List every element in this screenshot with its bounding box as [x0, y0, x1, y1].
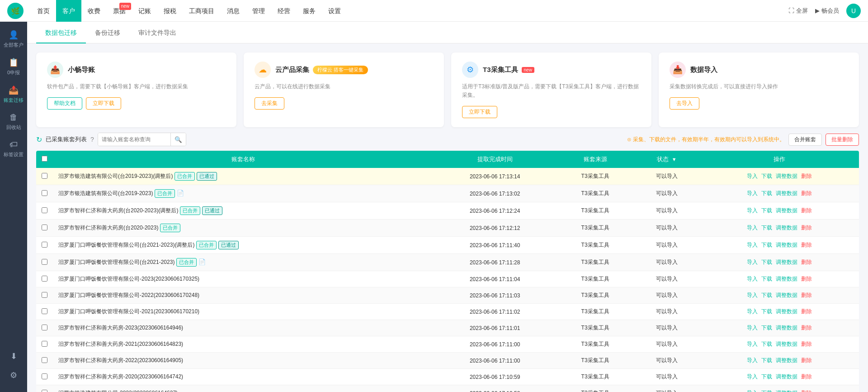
merge-accounts-button[interactable]: 合并账套: [788, 134, 822, 146]
row-checkbox[interactable]: [42, 292, 47, 298]
action-导入[interactable]: 导入: [747, 242, 758, 248]
row-checkbox[interactable]: [42, 225, 47, 230]
action-调整数据[interactable]: 调整数据: [776, 173, 797, 179]
action-导入[interactable]: 导入: [747, 325, 758, 331]
go-import-button[interactable]: 去导入: [670, 97, 699, 110]
nav-bookkeeping[interactable]: 记账: [132, 0, 157, 22]
action-删除[interactable]: 删除: [801, 341, 812, 347]
action-下载[interactable]: 下载: [761, 190, 772, 196]
action-调整数据[interactable]: 调整数据: [776, 276, 797, 282]
action-下载[interactable]: 下载: [761, 259, 772, 265]
go-collect-button[interactable]: 去采集: [255, 97, 284, 110]
sidebar-item-all-customers[interactable]: 👤 全部客户: [0, 25, 27, 53]
refresh-icon[interactable]: ↻: [36, 135, 42, 144]
row-checkbox[interactable]: [42, 190, 47, 196]
action-下载[interactable]: 下载: [761, 357, 772, 363]
nav-operation[interactable]: 经营: [271, 0, 297, 22]
action-调整数据[interactable]: 调整数据: [776, 373, 797, 380]
row-checkbox[interactable]: [42, 308, 47, 314]
sidebar-item-user-settings[interactable]: ⚙: [8, 366, 19, 385]
action-删除[interactable]: 删除: [801, 190, 812, 196]
action-调整数据[interactable]: 调整数据: [776, 341, 797, 347]
action-下载[interactable]: 下载: [761, 308, 772, 315]
action-调整数据[interactable]: 调整数据: [776, 242, 797, 248]
app-logo[interactable]: 🌿: [7, 3, 24, 19]
nav-customer[interactable]: 客户: [56, 0, 81, 22]
nav-home[interactable]: 首页: [31, 0, 56, 22]
action-导入[interactable]: 导入: [747, 173, 758, 179]
row-checkbox[interactable]: [42, 276, 47, 282]
row-checkbox[interactable]: [42, 173, 47, 179]
action-删除[interactable]: 删除: [801, 292, 812, 298]
nav-tax[interactable]: 报税: [157, 0, 183, 22]
tab-data-migration[interactable]: 数据包迁移: [36, 22, 86, 43]
search-button[interactable]: 🔍: [170, 133, 186, 146]
action-删除[interactable]: 删除: [801, 390, 812, 392]
row-checkbox[interactable]: [42, 259, 47, 265]
action-删除[interactable]: 删除: [801, 308, 812, 315]
fullscreen-button[interactable]: ⛶ 全屏: [788, 7, 808, 15]
action-删除[interactable]: 删除: [801, 242, 812, 248]
action-调整数据[interactable]: 调整数据: [776, 325, 797, 331]
action-导入[interactable]: 导入: [747, 308, 758, 315]
help-doc-button[interactable]: 帮助文档: [47, 97, 82, 110]
action-下载[interactable]: 下载: [761, 325, 772, 331]
action-下载[interactable]: 下载: [761, 276, 772, 282]
action-调整数据[interactable]: 调整数据: [776, 225, 797, 231]
action-下载[interactable]: 下载: [761, 242, 772, 248]
sidebar-item-account-migration[interactable]: 📤 账套迁移: [0, 81, 27, 108]
row-checkbox[interactable]: [42, 357, 47, 363]
membership-button[interactable]: ▶ 畅会员: [815, 7, 839, 15]
action-导入[interactable]: 导入: [747, 207, 758, 214]
nav-service[interactable]: 服务: [297, 0, 322, 22]
search-input[interactable]: [98, 133, 170, 146]
action-导入[interactable]: 导入: [747, 390, 758, 392]
action-导入[interactable]: 导入: [747, 259, 758, 265]
action-调整数据[interactable]: 调整数据: [776, 390, 797, 392]
download-now-button[interactable]: 立即下载: [86, 97, 121, 110]
tab-backup-migration[interactable]: 备份迁移: [86, 22, 129, 43]
action-导入[interactable]: 导入: [747, 341, 758, 347]
file-icon[interactable]: 📄: [177, 190, 184, 196]
action-下载[interactable]: 下载: [761, 292, 772, 298]
action-导入[interactable]: 导入: [747, 373, 758, 380]
sidebar-item-download[interactable]: ⬇: [8, 347, 19, 366]
action-下载[interactable]: 下载: [761, 341, 772, 347]
row-checkbox[interactable]: [42, 373, 47, 379]
action-调整数据[interactable]: 调整数据: [776, 259, 797, 265]
action-导入[interactable]: 导入: [747, 225, 758, 231]
t3-download-button[interactable]: 立即下载: [462, 106, 497, 118]
row-checkbox[interactable]: [42, 242, 47, 248]
sidebar-item-zero-report[interactable]: 📋 0申报: [0, 53, 27, 81]
nav-invoice[interactable]: 票据 new: [107, 0, 132, 22]
action-下载[interactable]: 下载: [761, 207, 772, 214]
tab-audit-export[interactable]: 审计文件导出: [129, 22, 185, 43]
action-下载[interactable]: 下载: [761, 390, 772, 392]
action-下载[interactable]: 下载: [761, 373, 772, 380]
action-导入[interactable]: 导入: [747, 357, 758, 363]
action-调整数据[interactable]: 调整数据: [776, 308, 797, 315]
action-下载[interactable]: 下载: [761, 225, 772, 231]
action-调整数据[interactable]: 调整数据: [776, 357, 797, 363]
sidebar-item-recycle[interactable]: 🗑 回收站: [0, 108, 27, 135]
action-删除[interactable]: 删除: [801, 373, 812, 380]
nav-settings[interactable]: 设置: [322, 0, 347, 22]
help-icon[interactable]: ?: [90, 136, 94, 143]
action-删除[interactable]: 删除: [801, 357, 812, 363]
batch-delete-button[interactable]: 批量删除: [826, 134, 859, 146]
nav-message[interactable]: 消息: [221, 0, 246, 22]
action-删除[interactable]: 删除: [801, 276, 812, 282]
row-checkbox[interactable]: [42, 325, 47, 330]
select-all-checkbox[interactable]: [42, 156, 47, 162]
action-删除[interactable]: 删除: [801, 173, 812, 179]
action-删除[interactable]: 删除: [801, 325, 812, 331]
cloud-collect-badge-button[interactable]: 柠檬云 搭客一键采集: [313, 66, 368, 74]
action-删除[interactable]: 删除: [801, 207, 812, 214]
user-avatar[interactable]: U: [846, 4, 861, 18]
action-导入[interactable]: 导入: [747, 190, 758, 196]
action-下载[interactable]: 下载: [761, 173, 772, 179]
action-删除[interactable]: 删除: [801, 225, 812, 231]
sidebar-item-tags[interactable]: 🏷 标签设置: [0, 135, 27, 163]
action-调整数据[interactable]: 调整数据: [776, 190, 797, 196]
action-导入[interactable]: 导入: [747, 292, 758, 298]
